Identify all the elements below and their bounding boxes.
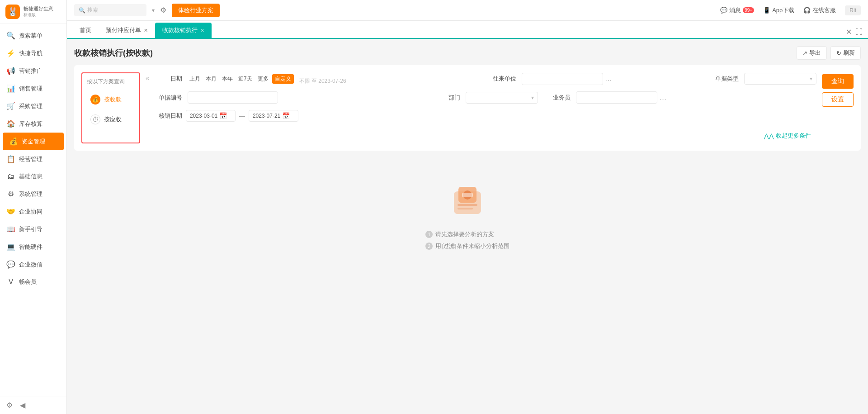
sidebar-menu: 🔍 搜索菜单 ⚡ 快捷导航 📢 营销推广 📊 销售管理 🛒 采购管理 🏠 库存核…	[0, 24, 66, 396]
tab-writeoff[interactable]: 收款核销执行 ✕	[155, 23, 212, 38]
query-option-by-receipt[interactable]: 💰 按收款	[87, 92, 135, 107]
tab-prepay-close-icon[interactable]: ✕	[144, 28, 148, 33]
sidebar-item-inventory[interactable]: 🏠 库存核算	[0, 115, 66, 133]
verify-date-end-wrap[interactable]: 2023-07-21 📅	[249, 110, 298, 122]
date-shortcuts: 上月 本月 本年 近7天 更多 自定义	[188, 74, 294, 84]
sidebar-item-label: 系统管理	[19, 190, 42, 198]
tab-prepay[interactable]: 预付冲应付单 ✕	[99, 23, 155, 38]
sidebar-item-label: 智能硬件	[19, 243, 42, 251]
sidebar: 🐰 畅捷通好生意 标准版 🔍 搜索菜单 ⚡ 快捷导航 📢 营销推广 📊 销售管理…	[0, 0, 67, 414]
query-button[interactable]: 查询	[822, 74, 854, 89]
export-label: 导出	[809, 49, 821, 57]
wechat-icon: 💬	[6, 260, 15, 269]
counterparty-dots-icon[interactable]: …	[605, 75, 612, 83]
online-service-label: 在线客服	[812, 6, 836, 14]
department-select[interactable]: ▾	[466, 92, 538, 104]
gear-icon[interactable]: ⚙	[160, 6, 166, 14]
export-icon: ↗	[802, 50, 807, 57]
doc-no-input[interactable]	[188, 91, 278, 104]
tab-writeoff-label: 收款核销执行	[162, 26, 198, 34]
logo-icon: 🐰	[5, 5, 20, 19]
verify-date-start-wrap[interactable]: 2023-03-01 📅	[186, 110, 236, 122]
settings-button[interactable]: 设置	[822, 92, 854, 107]
sidebar-item-sales[interactable]: 📊 销售管理	[0, 80, 66, 97]
sidebar-item-label: 畅会员	[19, 278, 37, 286]
sidebar-item-collab[interactable]: 🤝 企业协同	[0, 203, 66, 220]
counterparty-input[interactable]	[522, 73, 603, 85]
app-download-button[interactable]: 📱 App下载	[763, 6, 794, 14]
user-avatar[interactable]: Rit	[845, 5, 861, 15]
doc-no-field-wrap	[188, 91, 428, 104]
empty-tips: 1 请先选择要分析的方案 2 用[过滤]条件来缩小分析范围	[425, 230, 509, 250]
sidebar-item-label: 采购管理	[19, 102, 42, 110]
sidebar-item-hardware[interactable]: 💻 智能硬件	[0, 238, 66, 256]
sidebar-item-guide[interactable]: 📖 新手引导	[0, 220, 66, 238]
sidebar-item-system[interactable]: ⚙ 系统管理	[0, 185, 66, 203]
search-menu-icon: 🔍	[6, 31, 15, 40]
department-label: 部门	[433, 94, 460, 102]
sidebar-item-finance[interactable]: 💰 资金管理	[3, 133, 64, 150]
date-range-separator: —	[239, 113, 245, 119]
service-icon: 🎧	[803, 7, 811, 14]
online-service-button[interactable]: 🎧 在线客服	[803, 6, 836, 14]
topbar: 🔍 搜索 ▾ ⚙ 体验行业方案 💬 消息 99+ 📱 App下载 🎧 在线客服 …	[67, 0, 868, 21]
collapse-sidebar-icon[interactable]: ◀	[20, 401, 25, 409]
date-no-limit: 不限 至 2023-07-26	[299, 77, 484, 85]
tab-writeoff-close-icon[interactable]: ✕	[200, 28, 204, 33]
sidebar-item-search[interactable]: 🔍 搜索菜单	[0, 27, 66, 44]
sidebar-item-quicknav[interactable]: ⚡ 快捷导航	[0, 44, 66, 62]
tip-num-1: 1	[425, 231, 433, 238]
sidebar-item-purchase[interactable]: 🛒 采购管理	[0, 97, 66, 115]
calendar-end-icon[interactable]: 📅	[282, 112, 290, 119]
topbar-search[interactable]: 🔍 搜索	[74, 4, 146, 16]
tabbar-actions: ✕ ⛶	[846, 28, 863, 38]
doc-type-select[interactable]: ▾	[744, 73, 816, 85]
maximize-tab-icon[interactable]: ⛶	[855, 28, 863, 36]
message-label: 消息	[729, 6, 741, 14]
sidebar-item-label: 搜索菜单	[19, 32, 42, 40]
tip-num-2: 2	[425, 243, 433, 250]
export-button[interactable]: ↗ 导出	[797, 46, 827, 60]
sidebar-item-marketing[interactable]: 📢 营销推广	[0, 62, 66, 80]
shortcut-this-month[interactable]: 本月	[204, 74, 218, 84]
close-tab-icon[interactable]: ✕	[846, 28, 852, 36]
message-badge: 99+	[743, 7, 754, 13]
settings-icon[interactable]: ⚙	[6, 401, 13, 409]
message-button[interactable]: 💬 消息 99+	[720, 6, 754, 14]
svg-rect-4	[458, 204, 477, 206]
salesperson-dots-icon[interactable]: …	[659, 94, 666, 102]
sidebar-item-member[interactable]: V 畅会员	[0, 273, 66, 290]
tab-home[interactable]: 首页	[72, 23, 99, 38]
svg-rect-3	[462, 193, 473, 197]
shortcut-more[interactable]: 更多	[256, 74, 270, 84]
user-name: Rit	[849, 7, 856, 14]
dropdown-arrow-icon[interactable]: ▾	[152, 7, 155, 14]
page-actions: ↗ 导出 ↻ 刷新	[797, 46, 861, 60]
query-sidebar: 按以下方案查询 💰 按收款 ⏱ 按应收	[81, 72, 140, 143]
shortcut-last-month[interactable]: 上月	[188, 74, 202, 84]
query-option-by-receivable[interactable]: ⏱ 按应收	[87, 112, 135, 127]
sidebar-footer: ⚙ ◀	[0, 396, 66, 414]
collapse-more-button[interactable]: ⋀⋀ 收起更多条件	[764, 132, 811, 140]
hardware-icon: 💻	[6, 243, 15, 251]
form-row-verify: 核销日期 2023-03-01 📅 — 2023-07-21 📅	[155, 110, 816, 122]
calendar-start-icon[interactable]: 📅	[219, 112, 227, 119]
empty-tip-1-text: 请先选择要分析的方案	[435, 230, 494, 238]
collapse-panel-icon[interactable]: «	[146, 72, 150, 82]
counterparty-field-wrap: …	[522, 73, 706, 85]
app-badge: 标准版	[24, 12, 53, 18]
doc-type-arrow-icon: ▾	[810, 76, 812, 82]
sidebar-item-label: 基础信息	[19, 172, 42, 181]
salesperson-input[interactable]	[576, 91, 657, 104]
shortcut-this-year[interactable]: 本年	[220, 74, 235, 84]
operations-icon: 📋	[6, 155, 15, 163]
solution-button[interactable]: 体验行业方案	[172, 4, 220, 17]
sidebar-item-basic-info[interactable]: 🗂 基础信息	[0, 168, 66, 185]
sidebar-item-operations[interactable]: 📋 经营管理	[0, 150, 66, 168]
salesperson-label: 业务员	[543, 94, 571, 102]
shortcut-custom[interactable]: 自定义	[272, 74, 294, 84]
collapse-up-icon: ⋀⋀	[764, 133, 774, 139]
refresh-button[interactable]: ↻ 刷新	[830, 46, 861, 60]
sidebar-item-wechat[interactable]: 💬 企业微信	[0, 256, 66, 273]
shortcut-7days[interactable]: 近7天	[236, 74, 254, 84]
